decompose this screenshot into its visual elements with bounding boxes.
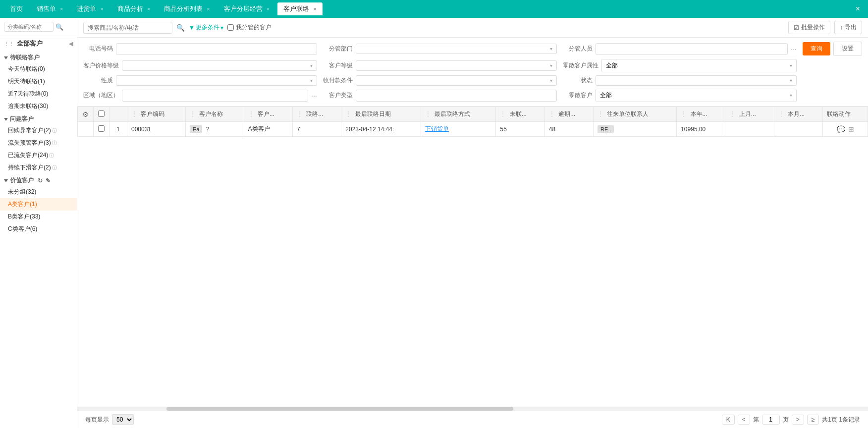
customer-type-input[interactable]	[356, 90, 557, 102]
my-customers-check[interactable]	[227, 24, 234, 31]
row-checkbox[interactable]	[98, 125, 105, 132]
price-level-select[interactable]: ▾	[122, 60, 317, 71]
info-icon-churned[interactable]: ⓘ	[49, 152, 54, 159]
refresh-value-icon[interactable]: ↻	[38, 177, 43, 184]
prev-page-button[interactable]: <	[738, 415, 750, 425]
sidebar-item-class-b[interactable]: B类客户(33)	[0, 211, 77, 223]
sidebar-item-today-contact[interactable]: 今天待联络(0)	[0, 63, 77, 75]
qr-icon[interactable]: ⊞	[848, 125, 854, 133]
search-input[interactable]	[83, 22, 172, 34]
th-last-contact-date[interactable]: ⋮ 最后联络日期	[341, 107, 421, 122]
next-page-button[interactable]: >	[792, 415, 804, 425]
th-settings[interactable]: ⚙	[78, 107, 94, 122]
phone-label: 电话号码	[83, 45, 113, 53]
more-filters-button[interactable]: ▼ 更多条件 ▾	[189, 23, 223, 32]
nav-tab-customer-segment[interactable]: 客户分层经营 ×	[218, 2, 275, 15]
export-button[interactable]: ↑ 导出	[834, 21, 862, 34]
group-value-customers[interactable]: 价值客户 ↻ ✎	[0, 174, 77, 186]
td-customer-code[interactable]: 000031	[127, 122, 186, 137]
nav-home[interactable]: 首页	[4, 2, 29, 15]
th-contact-count[interactable]: ⋮ 联络...	[292, 107, 341, 122]
page-number-input[interactable]	[762, 415, 780, 425]
per-page-select[interactable]: 50	[112, 414, 134, 425]
scatter-attr-select[interactable]: 全部 ▾	[601, 59, 797, 72]
query-button[interactable]: 查询	[803, 42, 830, 55]
sidebar-item-declining[interactable]: 持续下滑客户(2) ⓘ	[0, 161, 77, 174]
th-checkbox[interactable]	[94, 107, 109, 122]
td-customer-name[interactable]: Ea ?	[185, 122, 244, 137]
all-customers-header[interactable]: ⋮⋮ 全部客户 ◀	[0, 36, 77, 51]
sidebar-search-icon[interactable]: 🔍	[55, 23, 63, 31]
sidebar-item-overdue-contact[interactable]: 逾期未联络(30)	[0, 100, 77, 112]
sidebar-item-class-c[interactable]: C类客户(6)	[0, 223, 77, 235]
th-this-month[interactable]: ⋮ 本月...	[774, 107, 822, 122]
message-icon[interactable]: 💬	[837, 125, 845, 133]
nav-tab-sales[interactable]: 销售单 ×	[31, 2, 69, 15]
close-all-tabs[interactable]: ×	[852, 2, 864, 15]
sidebar-search-input[interactable]	[4, 22, 54, 32]
sidebar-item-7days-contact[interactable]: 近7天待联络(0)	[0, 88, 77, 100]
td-num: 1	[109, 122, 127, 137]
search-button[interactable]: 🔍	[176, 24, 185, 32]
my-customers-checkbox[interactable]: 我分管的客户	[227, 23, 271, 32]
sidebar-item-unclassified[interactable]: 未分组(32)	[0, 186, 77, 198]
info-icon-declining[interactable]: ⓘ	[52, 164, 57, 171]
nav-tab-customer-contact[interactable]: 客户联络 ×	[277, 2, 322, 15]
select-all-checkbox[interactable]	[98, 110, 105, 117]
close-analysis-tab[interactable]: ×	[147, 6, 150, 12]
th-this-year[interactable]: ⋮ 本年...	[677, 107, 725, 122]
info-icon-churn[interactable]: ⓘ	[52, 140, 57, 147]
sidebar-item-churned[interactable]: 已流失客户(24) ⓘ	[0, 149, 77, 161]
status-select[interactable]: ▾	[596, 75, 797, 86]
payment-select[interactable]: ▾	[356, 75, 557, 86]
nature-select[interactable]: ▾	[116, 75, 317, 86]
phone-field: 电话号码	[83, 43, 317, 55]
nav-tab-analysis-list[interactable]: 商品分析列表 ×	[158, 2, 216, 15]
dept-select[interactable]: ▾	[356, 44, 557, 54]
scrollbar-thumb[interactable]	[166, 407, 513, 411]
sidebar-item-class-a[interactable]: A类客户(1)	[0, 198, 77, 211]
region-dots[interactable]: ···	[311, 92, 317, 100]
edit-value-icon[interactable]: ✎	[46, 177, 51, 184]
scatter-customer-select[interactable]: 全部 ▾	[596, 89, 797, 102]
close-contact-tab[interactable]: ×	[313, 6, 316, 12]
column-settings-icon[interactable]: ⚙	[82, 110, 89, 118]
sidebar-item-repurchase-anomaly[interactable]: 回购异常客户(2) ⓘ	[0, 124, 77, 137]
sidebar-item-tomorrow-contact[interactable]: 明天待联络(1)	[0, 75, 77, 88]
td-checkbox[interactable]	[94, 122, 109, 137]
info-icon-repurchase[interactable]: ⓘ	[52, 127, 57, 134]
contact-method-link[interactable]: 下销货单	[425, 125, 449, 132]
person-dots[interactable]: ···	[791, 45, 797, 53]
group-pending-contact[interactable]: 待联络客户	[0, 51, 77, 63]
settings-button[interactable]: 设置	[833, 42, 862, 56]
th-overdue[interactable]: ⋮ 逾期...	[544, 107, 593, 122]
th-customer-type[interactable]: ⋮ 客户...	[244, 107, 292, 122]
batch-ops-button[interactable]: ☑ 批量操作	[788, 21, 830, 34]
action-icons-group: 💬 ⊞	[827, 125, 864, 133]
th-contacts-person[interactable]: ⋮ 往来单位联系人	[594, 107, 677, 122]
close-segment-tab[interactable]: ×	[267, 6, 270, 12]
th-customer-name[interactable]: ⋮ 客户名称	[185, 107, 244, 122]
close-purchase-tab[interactable]: ×	[100, 6, 103, 12]
nav-tab-analysis[interactable]: 商品分析 ×	[111, 2, 156, 15]
th-last-contact-method[interactable]: ⋮ 最后联络方式	[421, 107, 496, 122]
person-input[interactable]	[596, 43, 788, 55]
td-last-contact-method[interactable]: 下销货单	[421, 122, 496, 137]
phone-input[interactable]	[116, 43, 317, 55]
th-customer-code[interactable]: ⋮ 客户编码	[127, 107, 186, 122]
first-page-button[interactable]: K	[722, 415, 735, 425]
last-page-button[interactable]: ≥	[807, 415, 819, 425]
horizontal-scrollbar[interactable]	[77, 407, 868, 411]
th-num	[109, 107, 127, 122]
th-no-contact[interactable]: ⋮ 未联...	[496, 107, 544, 122]
nav-tab-purchase[interactable]: 进货单 ×	[71, 2, 109, 15]
group-problem-customers[interactable]: 问题客户	[0, 112, 77, 124]
th-last-month[interactable]: ⋮ 上月...	[725, 107, 774, 122]
filter-row-3: 性质 ▾ 收付款条件 ▾ 状态	[83, 75, 862, 86]
customer-level-select[interactable]: ▾	[356, 60, 557, 71]
status-chevron: ▾	[790, 78, 792, 83]
close-analysis-list-tab[interactable]: ×	[207, 6, 210, 12]
sidebar-item-churn-warning[interactable]: 流失预警客户(3) ⓘ	[0, 137, 77, 149]
region-input[interactable]	[122, 90, 308, 102]
close-sales-tab[interactable]: ×	[60, 6, 63, 12]
